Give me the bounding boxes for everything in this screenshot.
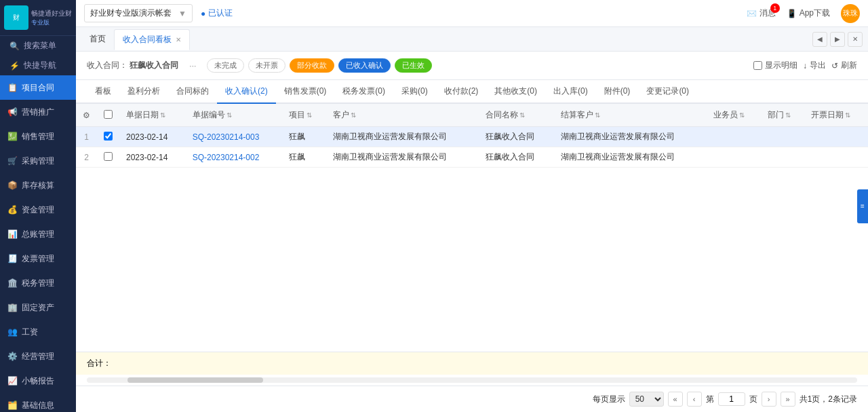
status-buttons: 未完成 未开票 部分收款 已收入确认 已生效	[207, 58, 432, 73]
tab-income-confirm[interactable]: 收入确认(2)	[217, 80, 276, 104]
prev-page-button[interactable]: ‹	[687, 392, 702, 407]
pagination: 每页显示 50 100 200 « ‹ 第 页 › » 共1页，2条记录	[76, 386, 868, 412]
sidebar-item-capital[interactable]: 💰 资金管理	[0, 198, 76, 222]
sidebar-item-inventory[interactable]: 📦 库存核算	[0, 173, 76, 198]
message-badge: 1	[770, 3, 780, 13]
tab-other-income[interactable]: 其他收支(0)	[486, 80, 545, 104]
sidebar-item-hr[interactable]: 👥 工资	[0, 320, 76, 344]
tab-change-log[interactable]: 变更记录(0)	[638, 80, 697, 104]
row-code-link[interactable]: SQ-20230214-002	[193, 153, 260, 162]
row-select-checkbox[interactable]	[104, 132, 113, 141]
row-checkbox	[97, 147, 119, 168]
scroll-thumb[interactable]	[127, 377, 263, 383]
status-incomplete[interactable]: 未完成	[207, 58, 244, 73]
col-contract: 合同名称⇅	[479, 104, 553, 127]
per-page-label: 每页显示	[593, 394, 625, 405]
chevron-down-icon: ▼	[178, 9, 186, 18]
status-partial-payment[interactable]: 部分收款	[290, 58, 334, 73]
horizontal-scrollbar[interactable]	[87, 377, 857, 383]
table-row[interactable]: 2 2023-02-14 SQ-20230214-002 狂飙 湖南卫视商业运营…	[76, 147, 868, 168]
show-detail-input[interactable]	[753, 61, 762, 70]
user-avatar[interactable]: 珠珠	[841, 4, 860, 23]
company-name: 好业财专业版演示帐套	[90, 7, 172, 19]
operation-icon: ⚙️	[5, 350, 19, 363]
close-icon[interactable]: ✕	[176, 36, 181, 43]
sidebar-item-purchase[interactable]: 🛒 采购管理	[0, 149, 76, 173]
contract-more-button[interactable]: ···	[189, 61, 196, 71]
row-code-link[interactable]: SQ-20230214-003	[193, 132, 260, 142]
table-row[interactable]: 1 2023-02-14 SQ-20230214-003 狂飙 湖南卫视商业运营…	[76, 127, 868, 147]
refresh-button[interactable]: ↺ 刷新	[831, 60, 857, 71]
row-num: 2	[76, 147, 97, 168]
row-select-checkbox[interactable]	[104, 152, 113, 161]
hr-icon: 👥	[5, 325, 19, 339]
assets-icon: 🏢	[5, 301, 19, 314]
row-checkbox	[97, 127, 119, 147]
col-settings[interactable]: ⚙	[76, 104, 97, 127]
row-salesperson	[707, 127, 760, 147]
sidebar-item-tax[interactable]: 🏛️ 税务管理	[0, 271, 76, 295]
capital-icon: 💰	[5, 203, 19, 217]
col-customer: 客户⇅	[326, 104, 479, 127]
sidebar-item-sales[interactable]: 💹 销售管理	[0, 124, 76, 149]
footer-label: 合计：	[87, 358, 111, 369]
quick-nav-icon: ⚡	[9, 61, 20, 71]
status-no-invoice[interactable]: 未开票	[248, 58, 285, 73]
tab-income-contract[interactable]: 收入合同看板 ✕	[114, 29, 190, 50]
last-page-button[interactable]: »	[781, 392, 795, 407]
tab-purchase[interactable]: 采购(0)	[393, 80, 436, 104]
row-contract: 狂飙收入合同	[479, 147, 553, 168]
page-unit: 页	[749, 394, 757, 405]
summary-icon: 📊	[5, 227, 19, 241]
col-invoice-date: 开票日期⇅	[804, 104, 868, 127]
row-code: SQ-20230214-003	[186, 127, 282, 147]
first-page-button[interactable]: «	[668, 392, 683, 407]
message-button[interactable]: ✉️ 1 消息	[747, 7, 776, 19]
verified-badge: 已认证	[201, 7, 233, 19]
sidebar-item-report[interactable]: 📈 小畅报告	[0, 369, 76, 393]
per-page-select[interactable]: 50 100 200	[629, 392, 664, 407]
page-number-input[interactable]	[718, 392, 745, 406]
sidebar-item-operation[interactable]: ⚙️ 经营管理	[0, 344, 76, 369]
tab-home[interactable]: 首页	[81, 29, 114, 49]
row-invoice-date	[804, 127, 868, 147]
tab-prev-button[interactable]: ◀	[812, 32, 827, 47]
sidebar-item-summary[interactable]: 📊 总账管理	[0, 222, 76, 246]
col-checkbox	[97, 104, 119, 127]
export-button[interactable]: ↓ 导出	[803, 60, 826, 71]
side-panel-toggle[interactable]: ≡	[857, 189, 868, 223]
quick-nav[interactable]: ⚡ 快捷导航	[0, 56, 76, 75]
company-selector[interactable]: 好业财专业版演示帐套 ▼	[84, 4, 193, 22]
phone-icon: 📱	[787, 9, 797, 18]
tab-attachment[interactable]: 附件(0)	[596, 80, 639, 104]
tab-next-button[interactable]: ▶	[830, 32, 845, 47]
tab-close-all-button[interactable]: ✕	[848, 32, 863, 47]
row-customer: 湖南卫视商业运营发展有限公司	[326, 127, 479, 147]
inventory-icon: 📦	[5, 179, 19, 192]
tab-kanban[interactable]: 看板	[87, 80, 119, 104]
search-icon: 🔍	[9, 41, 20, 51]
tab-warehouse[interactable]: 出入库(0)	[545, 80, 596, 104]
sidebar-item-invoice[interactable]: 🧾 发票管理	[0, 246, 76, 271]
tab-sales-invoice[interactable]: 销售发票(0)	[276, 80, 335, 104]
sidebar-item-marketing[interactable]: 📢 营销推广	[0, 100, 76, 124]
contract-actions: 显示明细 ↓ 导出 ↺ 刷新	[753, 60, 857, 71]
sidebar-item-base[interactable]: 🗂️ 基础信息	[0, 393, 76, 412]
status-effective[interactable]: 已生效	[395, 58, 432, 73]
tab-subject[interactable]: 合同标的	[168, 80, 217, 104]
tab-payment[interactable]: 收付款(2)	[436, 80, 487, 104]
sidebar-item-assets[interactable]: 🏢 固定资产	[0, 295, 76, 320]
search-menu[interactable]: 🔍 搜索菜单	[0, 36, 76, 56]
next-page-button[interactable]: ›	[762, 392, 776, 407]
row-invoice-date	[804, 147, 868, 168]
message-icon: ✉️	[747, 9, 757, 18]
app-download-button[interactable]: 📱 App下载	[787, 7, 830, 19]
tab-tax-invoice[interactable]: 税务发票(0)	[334, 80, 393, 104]
sales-icon: 💹	[5, 130, 19, 143]
tab-navigation: ◀ ▶ ✕	[812, 32, 863, 47]
select-all-checkbox[interactable]	[104, 110, 113, 119]
show-detail-checkbox[interactable]: 显示明细	[753, 60, 797, 71]
sidebar-item-project[interactable]: 📋 项目合同	[0, 75, 76, 100]
status-income-confirmed[interactable]: 已收入确认	[338, 58, 391, 73]
tab-profit[interactable]: 盈利分析	[119, 80, 168, 104]
